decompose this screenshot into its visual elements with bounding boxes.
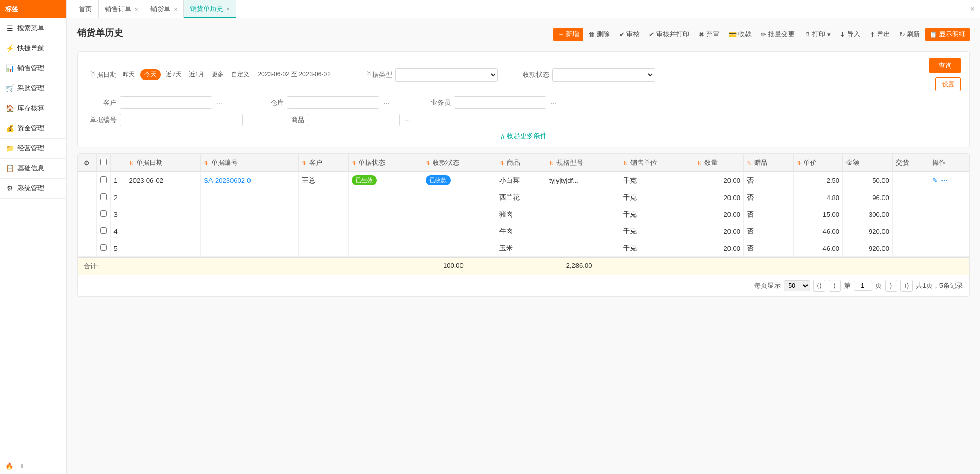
row-actions — [929, 240, 969, 257]
fire-icon[interactable]: 🔥 — [5, 462, 13, 470]
row-price: 15.00 — [793, 206, 843, 223]
warehouse-picker-icon[interactable]: ··· — [383, 98, 390, 107]
staff-picker-icon[interactable]: ··· — [550, 98, 556, 107]
show-detail-button[interactable]: 📋 显示明细 — [925, 28, 970, 41]
sidebar-item-sys-mgmt[interactable]: ⚙ 系统管理 — [0, 179, 66, 199]
row-checkbox[interactable] — [96, 206, 110, 223]
tab-close-icon[interactable]: × — [226, 6, 229, 12]
gear-column-header[interactable]: ⚙ — [78, 154, 96, 172]
prev-page-button[interactable]: ⟨ — [829, 280, 841, 292]
unit-column-header[interactable]: ⇅ 销售单位 — [620, 154, 694, 172]
audit-button[interactable]: ✔ 审核 — [615, 28, 644, 41]
batch-change-button[interactable]: ✏ 批量变更 — [757, 28, 799, 41]
edit-action[interactable]: ✎ — [932, 176, 938, 184]
spec-column-header[interactable]: ⇅ 规格型号 — [546, 154, 620, 172]
sidebar-item-basic-info[interactable]: 📋 基础信息 — [0, 159, 66, 179]
doc-type-select[interactable] — [395, 68, 498, 82]
price-column-header[interactable]: ⇅ 单价 — [793, 154, 843, 172]
delete-button[interactable]: 🗑 删除 — [584, 28, 614, 41]
more-action[interactable]: ⋯ — [941, 176, 948, 184]
pay-status-column-header[interactable]: ⇅ 收款状态 — [422, 154, 496, 172]
data-table: ⚙ ⇅ 单据日期 ⇅ 单据编号 — [78, 154, 969, 257]
import-button[interactable]: ⬇ 导入 — [836, 28, 864, 41]
doc-date-column-header[interactable]: ⇅ 单据日期 — [126, 154, 201, 172]
trade-column-header: 交货 — [892, 154, 929, 172]
tab-sales-order[interactable]: 销售订单 × — [99, 0, 144, 18]
sidebar-item-quick-nav[interactable]: ⚡ 快捷导航 — [0, 38, 66, 58]
date-tab-custom[interactable]: 自定义 — [229, 69, 252, 80]
print-button[interactable]: 🖨 打印 ▾ — [800, 28, 835, 41]
row-spec — [546, 240, 620, 257]
sort-icon: ⇅ — [129, 160, 133, 166]
date-tab-7days[interactable]: 近7天 — [164, 69, 184, 80]
tab-close-icon[interactable]: × — [174, 6, 177, 12]
row-amount: 300.00 — [843, 206, 893, 223]
sidebar-item-finance[interactable]: 💰 资金管理 — [0, 118, 66, 139]
warehouse-label: 仓库 — [253, 98, 284, 107]
sidebar-item-search-menu[interactable]: ☰ 搜索菜单 — [0, 18, 66, 38]
export-icon: ⬆ — [870, 31, 875, 38]
purchase-icon: 🛒 — [5, 84, 14, 92]
query-button[interactable]: 查询 — [929, 58, 961, 73]
row-checkbox[interactable] — [96, 223, 110, 240]
row-doc-no[interactable]: SA-20230602-0 — [201, 172, 299, 189]
qty-column-header[interactable]: ⇅ 数量 — [694, 154, 744, 172]
tab-home[interactable]: 首页 — [72, 0, 99, 18]
goods-input[interactable] — [308, 114, 400, 126]
sidebar-item-inventory[interactable]: 🏠 库存核算 — [0, 98, 66, 118]
row-checkbox[interactable] — [96, 240, 110, 257]
gift-column-header[interactable]: ⇅ 赠品 — [743, 154, 793, 172]
tab-close-icon[interactable]: × — [134, 6, 138, 12]
select-all-checkbox[interactable] — [100, 159, 107, 165]
date-tab-today[interactable]: 今天 — [140, 69, 161, 80]
sidebar-item-ops[interactable]: 📁 经营管理 — [0, 139, 66, 159]
goods-column-header[interactable]: ⇅ 商品 — [496, 154, 546, 172]
last-page-button[interactable]: ⟩⟩ — [900, 280, 913, 292]
sidebar-item-label: 销售管理 — [17, 64, 44, 73]
tab-sales-goods[interactable]: 销货单 × — [144, 0, 183, 18]
ops-icon: 📁 — [5, 144, 14, 152]
new-button[interactable]: ＋ 新增 — [553, 28, 583, 41]
row-checkbox[interactable] — [96, 172, 110, 189]
audit-icon: ✔ — [619, 31, 625, 38]
audit-print-button[interactable]: ✔ 审核并打印 — [645, 28, 694, 41]
date-tab-yesterday[interactable]: 昨天 — [121, 69, 137, 80]
row-unit: 千克 — [620, 223, 694, 240]
collapse-button[interactable]: ∧ 收起更多条件 — [86, 131, 961, 141]
close-window-icon[interactable]: × — [970, 5, 975, 14]
goods-picker-icon[interactable]: ··· — [404, 116, 410, 124]
row-gift: 否 — [743, 223, 793, 240]
tab-sales-history[interactable]: 销货单历史 × — [184, 0, 236, 18]
table-row: 1 2023-06-02 SA-20230602-0 王总 已生效 已收款 小白… — [78, 172, 969, 189]
date-tab-1month[interactable]: 近1月 — [187, 69, 207, 80]
row-checkbox[interactable] — [96, 189, 110, 206]
first-page-button[interactable]: ⟨⟨ — [813, 280, 825, 292]
sidebar-item-sales-mgmt[interactable]: 📊 销售管理 — [0, 58, 66, 78]
pay-status-label: 收款状态 — [518, 70, 549, 80]
pause-icon[interactable]: ⏸ — [18, 462, 25, 470]
page-number-input[interactable] — [854, 281, 872, 291]
customer-input[interactable] — [120, 96, 212, 109]
staff-input[interactable] — [454, 96, 546, 109]
abandon-button[interactable]: ✖ 弃审 — [695, 28, 723, 41]
row-goods: 玉米 — [496, 240, 546, 257]
row-goods: 西兰花 — [496, 189, 546, 206]
row-qty: 20.00 — [694, 223, 744, 240]
customer-column-header[interactable]: ⇅ 客户 — [299, 154, 349, 172]
doc-no-input[interactable] — [120, 114, 243, 126]
doc-no-column-header[interactable]: ⇅ 单据编号 — [201, 154, 299, 172]
next-page-button[interactable]: ⟩ — [885, 280, 897, 292]
set-button[interactable]: 设置 — [935, 77, 961, 91]
row-amount: 50.00 — [843, 172, 893, 189]
date-tab-more[interactable]: 更多 — [209, 69, 226, 80]
doc-status-column-header[interactable]: ⇅ 单据状态 — [348, 154, 422, 172]
quick-nav-icon: ⚡ — [5, 44, 14, 52]
collect-button[interactable]: 💳 收款 — [724, 28, 756, 41]
refresh-button[interactable]: ↻ 刷新 — [895, 28, 924, 41]
export-button[interactable]: ⬆ 导出 — [866, 28, 894, 41]
per-page-select[interactable]: 50 100 200 — [784, 280, 810, 291]
pay-status-select[interactable] — [552, 68, 655, 82]
customer-picker-icon[interactable]: ··· — [216, 98, 222, 107]
sidebar-item-purchase-mgmt[interactable]: 🛒 采购管理 — [0, 78, 66, 98]
warehouse-input[interactable] — [287, 96, 379, 109]
